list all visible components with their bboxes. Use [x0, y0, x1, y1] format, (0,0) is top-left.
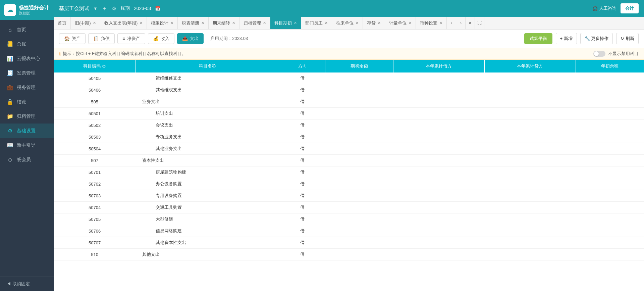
table-row[interactable]: 50702办公设备购置借 — [54, 178, 644, 190]
category-btn-asset[interactable]: 🏠资产 — [59, 33, 86, 44]
tab-close-currency[interactable]: ✕ — [439, 21, 442, 25]
tab-period_end[interactable]: 期末结转✕ — [209, 17, 239, 30]
tab-home[interactable]: 首页 — [54, 17, 71, 30]
sidebar-item-ledger[interactable]: 📒总账 — [0, 37, 54, 51]
ytd-debit — [393, 237, 484, 249]
settings-icon[interactable]: ⚙ — [112, 5, 116, 12]
add-company-btn[interactable]: ＋ — [102, 4, 108, 12]
sidebar-item-tax[interactable]: 💼税务管理 — [0, 80, 54, 95]
tab-dept[interactable]: 部门员工✕ — [301, 17, 332, 30]
ytd-balance — [576, 166, 644, 178]
tab-label-home: 首页 — [58, 20, 66, 26]
refresh-btn[interactable]: ↻ 刷新 — [616, 33, 639, 44]
tab-inventory[interactable]: 存货✕ — [363, 17, 385, 30]
tab-close-bs_mid[interactable]: ✕ — [93, 21, 96, 25]
category-btn-income[interactable]: 💰收入 — [148, 33, 174, 44]
ytd-credit — [484, 96, 576, 108]
table-row[interactable]: 50707其他资本性支出借 — [54, 237, 644, 249]
subject-name: 业务支出 — [136, 96, 280, 108]
sidebar-item-invoice[interactable]: 🧾发票管理 — [0, 66, 54, 80]
tab-close-inventory[interactable]: ✕ — [378, 21, 381, 25]
tab-unit[interactable]: 计量单位✕ — [385, 17, 416, 30]
category-btn-equity[interactable]: ≡净资产 — [117, 33, 145, 44]
sidebar-item-member[interactable]: ◇畅会员 — [0, 152, 54, 167]
ytd-credit — [484, 178, 576, 190]
table-row[interactable]: 50503专项业务支出借 — [54, 131, 644, 143]
add-subject-btn[interactable]: + 新增 — [556, 33, 577, 44]
calendar-icon[interactable]: 📅 — [155, 6, 160, 11]
tab-next-btn[interactable]: › — [456, 17, 466, 30]
tab-close-template[interactable]: ✕ — [170, 21, 173, 25]
table-row[interactable]: 50406其他维权支出借 — [54, 84, 644, 96]
ytd-credit — [484, 108, 576, 119]
tab-close-partner[interactable]: ✕ — [356, 21, 359, 25]
category-btn-liability[interactable]: 📋负债 — [88, 33, 115, 44]
period-label: 账期 — [120, 5, 130, 11]
tab-currency[interactable]: 币种设置✕ — [416, 17, 447, 30]
calc-balance-btn[interactable]: 试算平衡 — [524, 33, 552, 44]
ytd-credit — [484, 213, 576, 225]
period-value: 2023-03 — [134, 6, 151, 11]
tab-partner[interactable]: 往来单位✕ — [332, 17, 363, 30]
subject-code: 50702 — [54, 178, 136, 190]
sidebar-item-closing[interactable]: 🔒结账 — [0, 95, 54, 109]
tab-tax_table[interactable]: 税表清册✕ — [178, 17, 209, 30]
sidebar-nav: ⌂首页📒总账📊云报表中心🧾发票管理💼税务管理🔒结账📁归档管理⚙基础设置📖新手引导… — [0, 20, 54, 277]
th-direction: 方向 — [280, 60, 325, 72]
tab-prev-btn[interactable]: ‹ — [447, 17, 456, 30]
tab-close-tax_table[interactable]: ✕ — [201, 21, 204, 25]
tab-close-dept[interactable]: ✕ — [325, 21, 328, 25]
tab-close-income_statement[interactable]: ✕ — [140, 21, 143, 25]
company-dropdown-icon[interactable]: ▼ — [93, 6, 98, 11]
table-row[interactable]: 50502会议支出借 — [54, 119, 644, 131]
table-row[interactable]: 50704交通工具购置借 — [54, 202, 644, 213]
disable-toggle[interactable] — [593, 51, 605, 57]
sidebar-item-guide[interactable]: 📖新手引导 — [0, 138, 54, 152]
table-row[interactable]: 50405运维维修支出借 — [54, 72, 644, 84]
cancel-fixed-btn[interactable]: ◀ 取消固定 — [0, 277, 54, 291]
table-row[interactable]: 50705大型修缮借 — [54, 213, 644, 225]
tab-close-unit[interactable]: ✕ — [409, 21, 412, 25]
tab-close-all-btn[interactable]: ✕ — [466, 17, 475, 30]
tab-expand-btn[interactable]: ⛶ — [475, 17, 484, 30]
ytd-debit — [393, 249, 484, 260]
opening-balance — [325, 119, 393, 131]
sidebar-item-home[interactable]: ⌂首页 — [0, 23, 54, 37]
sidebar-label-archive: 归档管理 — [17, 113, 36, 119]
table-row[interactable]: 50501培训支出借 — [54, 108, 644, 119]
table-row[interactable]: 50701房屋建筑物购建借 — [54, 166, 644, 178]
more-actions-btn[interactable]: 🔧 更多操作 — [580, 33, 613, 44]
tab-close-subject_init[interactable]: ✕ — [294, 21, 297, 25]
tab-template[interactable]: 模版设计✕ — [147, 17, 178, 30]
sidebar-item-reports[interactable]: 📊云报表中心 — [0, 51, 54, 66]
category-btn-expense[interactable]: 📤支出 — [177, 33, 204, 44]
tab-subject_init[interactable]: 科目期初✕ — [270, 17, 301, 30]
tab-archive[interactable]: 归档管理✕ — [239, 17, 270, 30]
sidebar-item-archive[interactable]: 📁归档管理 — [0, 109, 54, 124]
column-settings-icon[interactable]: ⚙ — [102, 64, 106, 69]
subject-direction: 借 — [280, 155, 325, 166]
opening-balance — [325, 143, 393, 155]
home-icon: ⌂ — [7, 27, 13, 33]
tab-bs_mid[interactable]: 旧(中期)✕ — [71, 17, 100, 30]
subject-direction: 借 — [280, 131, 325, 143]
subject-name: 培训支出 — [136, 108, 280, 119]
table-row[interactable]: 50504其他业务支出借 — [54, 143, 644, 155]
table-row[interactable]: 50703专用设备购置借 — [54, 190, 644, 202]
table-row[interactable]: 505业务支出借 — [54, 96, 644, 108]
table-row[interactable]: 510其他支出借 — [54, 249, 644, 260]
ytd-credit — [484, 72, 576, 84]
tab-close-archive[interactable]: ✕ — [263, 21, 266, 25]
tab-income_statement[interactable]: 收入支出表(年报)✕ — [100, 17, 147, 30]
sidebar-label-tax: 税务管理 — [17, 85, 36, 91]
table-row[interactable]: 507资本性支出借 — [54, 155, 644, 166]
tab-close-period_end[interactable]: ✕ — [232, 21, 235, 25]
table-row[interactable]: 50706信息网络购建借 — [54, 225, 644, 237]
sidebar-item-settings[interactable]: ⚙基础设置 — [0, 124, 54, 138]
subject-code: 50706 — [54, 225, 136, 237]
subject-direction: 借 — [280, 84, 325, 96]
help-btn[interactable]: 🎧 人工咨询 — [592, 5, 616, 11]
tab-label-archive: 归档管理 — [244, 20, 261, 26]
ytd-debit — [393, 178, 484, 190]
account-btn[interactable]: 会计 — [621, 3, 639, 13]
